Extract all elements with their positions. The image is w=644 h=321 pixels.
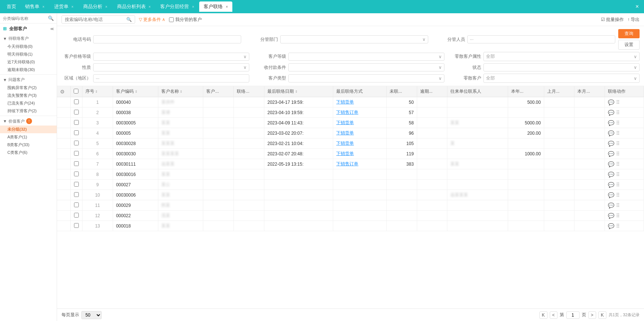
retail-attr-select[interactable]: 全部 ∨ <box>483 52 640 61</box>
sidebar-item-tomorrow[interactable]: 明天待联络(1) <box>0 50 57 58</box>
col-overdue[interactable]: 逾期... <box>417 86 447 97</box>
row-check[interactable] <box>74 182 79 187</box>
row-check[interactable] <box>74 223 79 228</box>
sidebar-item-ungroup[interactable]: 未分组(32) <box>0 126 57 133</box>
close-icon[interactable]: × <box>105 5 108 9</box>
last-page-button[interactable]: K <box>598 311 606 319</box>
row-check[interactable] <box>74 110 79 114</box>
reset-button[interactable]: 设置 <box>618 40 640 50</box>
more-icon[interactable]: ⠿ <box>616 130 622 136</box>
my-customers-checkbox[interactable]: 我分管的客户 <box>169 17 202 23</box>
row-check[interactable] <box>74 120 79 125</box>
search-input[interactable] <box>65 17 124 22</box>
gear-icon[interactable]: ⚙ <box>60 89 65 95</box>
more-icon[interactable]: ⠿ <box>616 172 622 177</box>
contact-icon[interactable]: 💬 <box>608 223 614 229</box>
manage-dept-select[interactable]: ∨ <box>280 35 428 43</box>
more-icon[interactable]: ⠿ <box>616 120 622 126</box>
next-page-button[interactable]: > <box>588 311 596 319</box>
row-check[interactable] <box>74 130 79 135</box>
col-uncontacted[interactable]: 未联... <box>386 86 417 97</box>
sidebar-search-box[interactable]: 🔍 <box>0 13 57 24</box>
nav-tab-purchase[interactable]: 进货单 × <box>50 1 78 12</box>
contact-icon[interactable]: 💬 <box>608 213 614 219</box>
last-method-link[interactable]: 下销货单 <box>336 99 354 105</box>
close-icon[interactable]: × <box>71 5 74 9</box>
nav-tab-customer-contact[interactable]: 客户联络 × <box>199 1 232 12</box>
more-icon[interactable]: ⠿ <box>616 192 622 198</box>
more-icon[interactable]: ⠿ <box>616 161 622 167</box>
contact-icon[interactable]: 💬 <box>608 99 614 105</box>
sidebar-group-value[interactable]: ▼ 价值客户 ! <box>0 117 57 126</box>
col-last-date[interactable]: 最后联络日期 <box>264 86 333 97</box>
batch-operation-button[interactable]: ☑ 批量操作 <box>601 17 624 23</box>
page-input[interactable] <box>566 311 580 319</box>
prev-page-button[interactable]: < <box>550 311 557 319</box>
col-type[interactable]: 客户... <box>203 86 234 97</box>
sidebar-item-c-class[interactable]: C类客户(6) <box>0 149 57 156</box>
contact-icon[interactable]: 💬 <box>608 192 614 198</box>
contact-icon[interactable]: 💬 <box>608 141 614 147</box>
all-customers-header[interactable]: ⊞ 全部客户 ≪ <box>0 24 57 34</box>
nav-tab-analysis-list[interactable]: 商品分析列表 × <box>113 1 155 12</box>
sidebar-item-today[interactable]: 今天待联络(0) <box>0 43 57 50</box>
nav-tab-analysis[interactable]: 商品分析 × <box>79 1 112 12</box>
manage-staff-input[interactable]: ··· <box>467 35 615 43</box>
close-all-button[interactable]: × <box>633 3 641 10</box>
nav-home[interactable]: 首页 <box>3 3 20 10</box>
contact-icon[interactable]: 💬 <box>608 182 614 188</box>
row-check[interactable] <box>74 141 79 145</box>
row-check[interactable] <box>74 151 79 156</box>
sidebar-item-a-class[interactable]: A类客户(1) <box>0 133 57 141</box>
more-icon[interactable]: ⠿ <box>616 182 622 188</box>
price-level-select[interactable]: ∨ <box>93 53 249 61</box>
sidebar-search-input[interactable] <box>3 16 46 21</box>
last-method-link[interactable]: 下销货单 <box>336 130 354 135</box>
sidebar-item-churned[interactable]: 已流失客户(24) <box>0 99 57 107</box>
more-icon[interactable]: ⠿ <box>616 151 622 157</box>
sidebar-item-declining[interactable]: 持续下滑客户(2) <box>0 107 57 115</box>
query-button[interactable]: 查询 <box>618 29 640 38</box>
last-method-link[interactable]: 下销货单 <box>336 141 354 146</box>
first-page-button[interactable]: K <box>539 311 548 319</box>
col-code[interactable]: 客户编码 <box>113 86 158 97</box>
sidebar-item-churn-warn[interactable]: 流失预警客户(3) <box>0 92 57 99</box>
sidebar-item-abnormal[interactable]: 囤购异常客户(2) <box>0 84 57 92</box>
col-name[interactable]: 客户名称 <box>158 86 203 97</box>
contact-icon[interactable]: 💬 <box>608 202 614 208</box>
sidebar-item-b-class[interactable]: B类客户(33) <box>0 141 57 149</box>
close-icon[interactable]: × <box>226 5 228 9</box>
status-select[interactable]: ∨ <box>483 63 640 71</box>
customer-type-select[interactable]: ∨ <box>288 74 444 82</box>
col-last-method[interactable]: 最后联络方式 <box>333 86 387 97</box>
last-method-link[interactable]: 下销货单 <box>336 120 354 125</box>
more-icon[interactable]: ⠿ <box>616 110 622 116</box>
more-icon[interactable]: ⠿ <box>616 202 622 208</box>
close-icon[interactable]: × <box>42 5 45 9</box>
sidebar-item-7days[interactable]: 近7天待联络(0) <box>0 58 57 66</box>
export-button[interactable]: ↑ 导出 <box>627 17 640 23</box>
contact-icon[interactable]: 💬 <box>608 151 614 157</box>
nav-tab-customer-tier[interactable]: 客户分层经营 × <box>156 1 198 12</box>
search-icon[interactable]: 🔍 <box>126 17 132 22</box>
contact-icon[interactable]: 💬 <box>608 130 614 136</box>
contact-icon[interactable]: 💬 <box>608 161 614 167</box>
last-method-link[interactable]: 下销货单 <box>336 151 354 156</box>
more-conditions-button[interactable]: ▽ 更多条件 ∧ <box>139 17 165 23</box>
col-partner[interactable]: 往来单位联系人 <box>447 86 508 97</box>
gender-select[interactable]: ∨ <box>93 63 249 71</box>
retail-customer-select[interactable]: 全部 ∨ <box>483 74 640 83</box>
contact-icon[interactable]: 💬 <box>608 172 614 177</box>
nav-tab-sales[interactable]: 销售单 × <box>21 1 49 12</box>
phone-input[interactable] <box>93 35 241 43</box>
col-this-month[interactable]: 本月... <box>574 86 605 97</box>
sidebar-item-overdue[interactable]: 逾期未联络(30) <box>0 66 57 74</box>
search-icon[interactable]: 🔍 <box>48 15 54 21</box>
col-contact[interactable]: 联络... <box>234 86 264 97</box>
contact-icon[interactable]: 💬 <box>608 120 614 126</box>
row-check[interactable] <box>74 192 79 197</box>
row-check[interactable] <box>74 213 79 218</box>
close-icon[interactable]: × <box>192 5 194 9</box>
select-all-checkbox[interactable] <box>74 89 78 94</box>
close-icon[interactable]: × <box>149 5 151 9</box>
